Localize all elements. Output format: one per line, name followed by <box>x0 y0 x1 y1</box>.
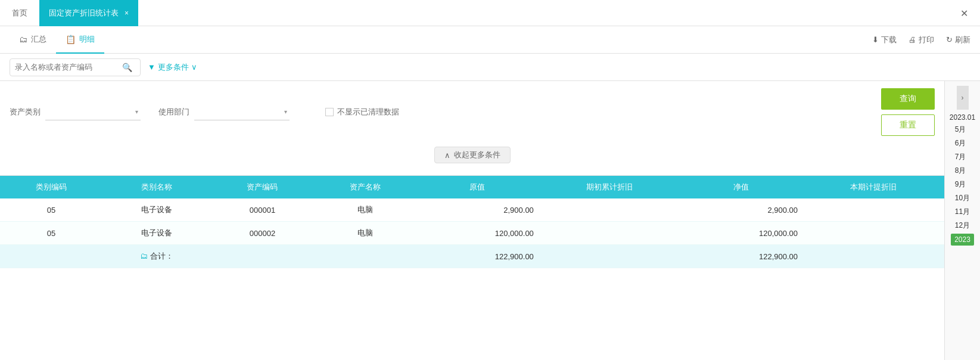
table-cell-7 <box>802 198 944 222</box>
col-header-6: 净值 <box>680 176 802 198</box>
filter-area: 资产类别 ▾ 使用部门 ▾ 不显示已清理数据 <box>0 81 944 176</box>
sidebar-date: 2023.01 <box>950 112 975 123</box>
table-cell-1: 电子设备 <box>102 198 211 222</box>
filter-actions: 查询 重置 <box>881 88 935 136</box>
window-close-button[interactable]: ✕ <box>960 7 968 18</box>
table-cell-7 <box>802 222 944 245</box>
table-wrap: 类别编码 类别名称 资产编码 资产名称 原值 期初累计折旧 净值 本期计提折旧 … <box>0 176 944 360</box>
sidebar-month-item[interactable]: 10月 <box>955 191 970 205</box>
collapse-icon: ∧ <box>444 151 450 160</box>
detail-icon: 📋 <box>66 35 76 44</box>
query-button[interactable]: 查询 <box>881 88 935 110</box>
table-cell-6: 120,000.00 <box>680 222 802 245</box>
sidebar-month-item[interactable]: 12月 <box>955 219 970 232</box>
tab-summary[interactable]: 🗂 汇总 <box>10 26 56 54</box>
month-list: 5月6月7月8月9月10月11月12月 <box>955 123 970 232</box>
reset-button[interactable]: 重置 <box>881 114 935 136</box>
nav-tab-active[interactable]: 固定资产折旧统计表 × <box>39 0 138 26</box>
total-icon: 🗂 <box>140 252 148 260</box>
table-cell-2: 000001 <box>211 198 313 222</box>
table-header-row: 类别编码 类别名称 资产编码 资产名称 原值 期初累计折旧 净值 本期计提折旧 <box>0 176 944 198</box>
table-cell-1: 电子设备 <box>102 222 211 245</box>
filter-icon: ▼ <box>148 63 155 72</box>
col-header-2: 资产编码 <box>211 176 313 198</box>
chevron-down-icon: ∨ <box>191 63 197 72</box>
col-header-5: 期初累计折旧 <box>539 176 680 198</box>
total-cell-7 <box>802 245 944 268</box>
no-cleared-checkbox-wrap: 不显示已清理数据 <box>325 107 399 117</box>
collapse-row: ∧ 收起更多条件 <box>10 142 935 168</box>
main-content: 资产类别 ▾ 使用部门 ▾ 不显示已清理数据 <box>0 81 980 360</box>
print-button[interactable]: 🖨 打印 <box>909 35 934 45</box>
collapse-label: 收起更多条件 <box>454 150 500 160</box>
no-cleared-checkbox[interactable] <box>325 108 334 116</box>
sidebar-month-item[interactable]: 11月 <box>955 205 970 219</box>
download-button[interactable]: ⬇ 下载 <box>872 35 897 45</box>
total-cell-6: 122,900.00 <box>680 245 802 268</box>
close-tab-icon[interactable]: × <box>125 9 129 17</box>
no-cleared-label: 不显示已清理数据 <box>337 107 399 117</box>
nav-tab-label: 固定资产折旧统计表 <box>49 8 119 18</box>
col-header-1: 类别名称 <box>102 176 211 198</box>
sidebar-month-item[interactable]: 9月 <box>955 178 970 191</box>
content-area: 资产类别 ▾ 使用部门 ▾ 不显示已清理数据 <box>0 81 944 360</box>
search-bar: 🔍 ▼ 更多条件 ∨ <box>0 54 980 81</box>
total-cell-2 <box>211 245 313 268</box>
tab-detail[interactable]: 📋 明细 <box>56 26 104 54</box>
table-cell-5 <box>539 222 680 245</box>
department-field: 使用部门 ▾ <box>158 104 290 120</box>
total-cell-3 <box>314 245 416 268</box>
table-row: 05电子设备000001电脑2,900.002,900.00 <box>0 198 944 222</box>
nav-home[interactable]: 首页 <box>0 0 39 26</box>
total-row: 🗂合计：122,900.00122,900.00 <box>0 245 944 268</box>
print-icon: 🖨 <box>909 35 916 44</box>
department-arrow-icon: ▾ <box>284 108 287 115</box>
col-header-7: 本期计提折旧 <box>802 176 944 198</box>
filter-label: 更多条件 <box>158 62 189 73</box>
asset-type-field: 资产类别 ▾ <box>10 104 141 120</box>
total-cell-5 <box>539 245 680 268</box>
sidebar-collapse-arrow[interactable]: › <box>957 86 969 110</box>
download-label: 下载 <box>881 35 897 45</box>
search-input[interactable] <box>15 63 122 72</box>
sidebar-month-item[interactable]: 8月 <box>955 164 970 178</box>
more-filter-button[interactable]: ▼ 更多条件 ∨ <box>148 62 197 73</box>
toolbar-actions: ⬇ 下载 🖨 打印 ↻ 刷新 <box>872 35 970 45</box>
table-cell-0: 05 <box>0 222 102 245</box>
table-cell-3: 电脑 <box>314 222 416 245</box>
department-label: 使用部门 <box>158 107 189 117</box>
collapse-button[interactable]: ∧ 收起更多条件 <box>434 147 511 163</box>
download-icon: ⬇ <box>872 35 879 44</box>
asset-type-arrow-icon: ▾ <box>135 108 138 115</box>
table-cell-2: 000002 <box>211 222 313 245</box>
sidebar-year-badge[interactable]: 2023 <box>951 234 974 246</box>
department-select[interactable]: ▾ <box>194 104 290 120</box>
summary-icon: 🗂 <box>19 35 27 44</box>
table-cell-3: 电脑 <box>314 198 416 222</box>
tab-detail-label: 明细 <box>79 34 95 45</box>
refresh-button[interactable]: ↻ 刷新 <box>946 35 970 45</box>
asset-type-select[interactable]: ▾ <box>45 104 141 120</box>
asset-type-label: 资产类别 <box>10 107 41 117</box>
top-nav: 首页 固定资产折旧统计表 × ✕ <box>0 0 980 26</box>
table-cell-0: 05 <box>0 198 102 222</box>
toolbar: 🗂 汇总 📋 明细 ⬇ 下载 🖨 打印 ↻ 刷新 <box>0 26 980 54</box>
filter-row-1: 资产类别 ▾ 使用部门 ▾ 不显示已清理数据 <box>10 88 935 136</box>
search-icon[interactable]: 🔍 <box>122 63 132 72</box>
total-cell-0 <box>0 245 102 268</box>
tab-summary-label: 汇总 <box>31 34 46 45</box>
table-row: 05电子设备000002电脑120,000.00120,000.00 <box>0 222 944 245</box>
data-table: 类别编码 类别名称 资产编码 资产名称 原值 期初累计折旧 净值 本期计提折旧 … <box>0 176 944 268</box>
col-header-3: 资产名称 <box>314 176 416 198</box>
total-cell-1: 🗂合计： <box>102 245 211 268</box>
sidebar-month-item[interactable]: 5月 <box>955 123 970 136</box>
table-cell-4: 2,900.00 <box>416 198 539 222</box>
refresh-label: 刷新 <box>955 35 970 45</box>
sidebar-month-item[interactable]: 7月 <box>955 150 970 164</box>
sidebar-month-item[interactable]: 6月 <box>955 136 970 150</box>
total-cell-4: 122,900.00 <box>416 245 539 268</box>
table-cell-4: 120,000.00 <box>416 222 539 245</box>
col-header-4: 原值 <box>416 176 539 198</box>
search-input-wrap: 🔍 <box>10 58 141 76</box>
table-cell-5 <box>539 198 680 222</box>
